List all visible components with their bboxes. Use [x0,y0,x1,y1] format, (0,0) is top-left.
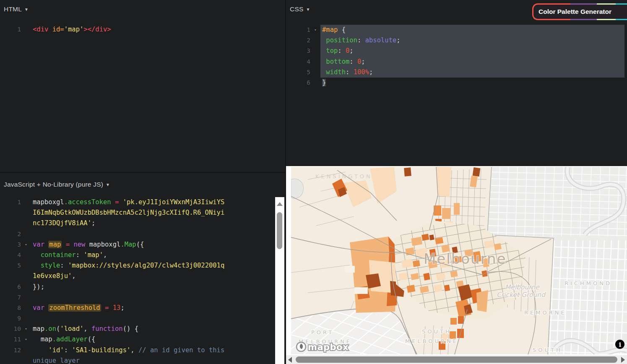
code-line[interactable]: 6}); [0,282,274,292]
jsfiddle-window: HTML▼ 1<div id='map'></div> JavaScript +… [0,0,627,364]
line-number: 10 [0,324,21,334]
code-text: } [320,78,624,88]
map-label-south-melbourne-line1: SOUTH [422,328,452,335]
fold-arrow-icon[interactable]: ▾ [310,25,320,35]
fold-gutter [310,67,320,78]
color-palette-generator-label: Color Palette Generator [533,5,627,19]
fold-gutter [21,24,31,35]
js-scrollbar-thumb[interactable] [277,212,282,249]
color-palette-generator-button[interactable]: Color Palette Generator [532,3,627,20]
line-number [0,218,21,229]
code-line[interactable]: 4 bottom: 0; [286,57,624,67]
mapbox-map-canvas[interactable]: KENSINGTON Melbourne Melbourne Cricket G… [291,167,627,354]
code-line[interactable]: 2 [0,229,274,239]
code-line[interactable]: 1mapboxgl.accessToken = 'pk.eyJ1IjoiYWxn… [0,197,274,208]
code-text: unique layer [31,356,274,364]
line-number: 9 [0,313,21,324]
code-text: }); [31,282,274,292]
html-code-editor[interactable]: 1<div id='map'></div> [0,24,285,172]
code-text: <div id='map'></div> [31,24,285,35]
line-number: 5 [0,260,21,271]
fold-gutter [21,303,31,313]
fold-arrow-icon[interactable]: ▾ [21,334,31,345]
fold-gutter [21,250,31,260]
js-editor-panel: JavaScript + No-Library (pure JS)▼ 1mapb… [0,173,285,364]
line-number [0,208,21,218]
code-text: nc173DQjfV8iAA'; [31,218,274,229]
code-line[interactable]: 9 [0,313,274,324]
css-code-editor[interactable]: 1▾#map {2 position: absolute;3 top: 0;4 … [286,25,624,166]
scroll-right-arrow-icon[interactable] [621,357,625,363]
fold-arrow-icon[interactable]: ▾ [21,324,31,334]
line-number: 12 [0,345,21,356]
code-line[interactable]: 5 width: 100%; [286,67,624,78]
result-horizontal-scrollbar[interactable] [286,355,627,364]
line-number: 6 [0,282,21,292]
fold-gutter [21,260,31,271]
code-line[interactable]: 10▾map.on('load', function() { [0,324,274,334]
line-number: 3 [0,239,21,250]
code-text: width: 100%; [320,67,624,78]
code-text: I6ImNqbGtkOWUzbDBsbHMzcnA5c2ljNjg3cXIifQ… [31,208,274,218]
result-scrollbar-thumb[interactable] [296,356,617,363]
map-label-mcg-line1: Melbourne [505,283,540,291]
code-line[interactable]: 7 [0,292,274,303]
code-line[interactable]: 1<div id='map'></div> [0,24,285,35]
code-text: position: absolute; [320,35,624,46]
code-line[interactable]: 12 'id': 'SA1-buildings', // an id given… [0,345,274,356]
code-text: var zoomThreshold = 13; [31,303,274,313]
code-line[interactable]: 3▾var map = new mapboxgl.Map({ [0,239,274,250]
code-line[interactable]: 8var zoomThreshold = 13; [0,303,274,313]
code-line[interactable]: 6} [286,78,624,88]
js-code-editor[interactable]: 1mapboxgl.accessToken = 'pk.eyJ1IjoiYWxn… [0,197,274,364]
line-number: 6 [286,78,310,88]
map-preview[interactable]: KENSINGTON Melbourne Melbourne Cricket G… [291,167,627,354]
html-panel-header[interactable]: HTML▼ [0,0,285,13]
line-number: 7 [0,292,21,303]
line-number: 2 [0,229,21,239]
code-line[interactable]: 1e6vxe8ju', [0,271,274,281]
fold-arrow-icon[interactable]: ▾ [21,239,31,250]
scroll-left-arrow-icon[interactable] [288,357,292,363]
fold-gutter [21,218,31,229]
code-text: style: 'mapbox://styles/alg207/clw4ct3j0… [31,260,274,271]
fold-gutter [21,345,31,356]
js-panel-title: JavaScript + No-Library (pure JS) [4,181,103,188]
fold-gutter [310,57,320,67]
map-label-cremorne: REMORNE [524,309,567,316]
fold-gutter [21,356,31,364]
css-panel-title: CSS [290,5,303,13]
chevron-down-icon: ▼ [306,7,310,12]
map-label-richmond: RICHMOND [565,280,612,286]
js-editor-scrollbar[interactable] [275,197,284,364]
code-line[interactable]: unique layer [0,356,274,364]
code-line[interactable]: nc173DQjfV8iAA'; [0,218,274,229]
mapbox-logo[interactable]: mapbox [297,342,349,352]
code-line[interactable]: 11▾ map.addLayer({ [0,334,274,345]
css-editor-panel: CSS▼ Color Palette Generator 1▾#map {2 p… [286,0,627,166]
line-number: 1 [0,24,21,35]
scroll-up-arrow-icon[interactable] [277,202,283,206]
code-line[interactable]: 1▾#map { [286,25,624,35]
line-number: 8 [0,303,21,313]
code-text: bottom: 0; [320,57,624,67]
fold-gutter [21,271,31,281]
map-label-mcg-line2: Cricket Ground [497,291,546,299]
code-line[interactable]: 4 container: 'map', [0,250,274,260]
code-line[interactable]: 3 top: 0; [286,46,624,56]
map-label-melbourne: Melbourne [424,250,506,267]
code-line[interactable]: I6ImNqbGtkOWUzbDBsbHMzcnA5c2ljNjg3cXIifQ… [0,208,274,218]
fold-gutter [21,197,31,208]
code-line[interactable]: 5 style: 'mapbox://styles/alg207/clw4ct3… [0,260,274,271]
attribution-info-button[interactable]: i [615,340,624,349]
code-line[interactable]: 2 position: absolute; [286,35,624,46]
js-panel-header[interactable]: JavaScript + No-Library (pure JS)▼ [0,173,285,188]
code-text: map.addLayer({ [31,334,274,345]
fold-gutter [21,229,31,239]
fold-gutter [310,35,320,46]
horizontal-panel-divider[interactable] [0,172,285,173]
map-label-south-melbourne-line2: MELBOURNE [405,338,458,344]
line-number: 1 [286,25,310,35]
line-number: 2 [286,35,310,46]
code-text [31,292,274,303]
